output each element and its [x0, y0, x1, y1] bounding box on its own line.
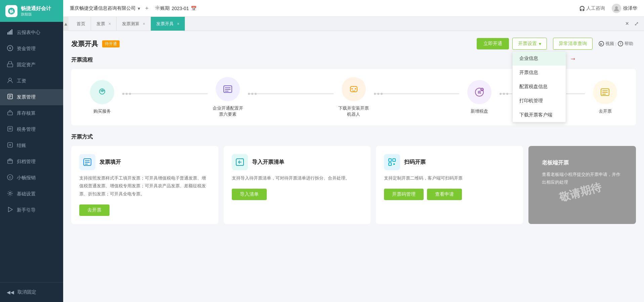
flow-step-label: 购买服务: [93, 108, 111, 114]
add-icon[interactable]: ＋: [144, 5, 149, 12]
dropdown-company-info-label: 企业信息: [519, 55, 538, 61]
sidebar-item-label: 新手引导: [17, 207, 36, 213]
window-close-button[interactable]: ×: [624, 19, 630, 29]
svg-rect-3: [9, 31, 10, 35]
tab-home[interactable]: 首页: [71, 17, 91, 31]
svg-point-23: [9, 192, 11, 194]
dropdown-download-client-label: 下载开票客户端: [519, 112, 552, 117]
calendar-icon[interactable]: 📅: [191, 6, 197, 11]
methods-section-title: 开票方式: [71, 134, 636, 141]
xiaochang-icon: ©: [7, 174, 13, 182]
accounting-icon: [7, 142, 13, 149]
activate-button[interactable]: 立即开通: [477, 38, 509, 49]
tab-scroll-up[interactable]: ▲: [63, 17, 69, 31]
settings-dropdown-menu: 企业信息 → 开票信息 配置税盘信息 打印机管理: [512, 51, 566, 122]
dropdown-item-company-info[interactable]: 企业信息 →: [513, 51, 566, 66]
page-header: 发票开具 待开通 立即开通 开票设置 ▾ 企业信息 →: [71, 38, 636, 50]
tab-bar-wrapper: ▲ 首页 发票 × 发票测算 × 发票开具 × × ⤢: [63, 17, 644, 31]
sidebar-item-label: 固定资产: [17, 62, 36, 68]
tab-invoice[interactable]: 发票 ×: [91, 17, 117, 31]
video-button[interactable]: ▶ 视频 | ? 帮助: [596, 38, 636, 49]
sidebar-item-accounting[interactable]: 结账: [0, 138, 63, 154]
sidebar-item-new-guide[interactable]: 新手引导: [0, 202, 63, 218]
svg-rect-5: [11, 29, 12, 35]
scan-invoice-header: 扫码开票: [384, 154, 515, 170]
window-maximize-button[interactable]: ⤢: [633, 19, 640, 28]
svg-rect-54: [393, 163, 395, 165]
svg-rect-15: [8, 126, 12, 131]
header-actions: 立即开通 开票设置 ▾ 企业信息 → 开票信息: [477, 38, 636, 50]
fill-invoice-button[interactable]: 去开票: [79, 204, 110, 216]
tab-invoice-issue-close[interactable]: ×: [177, 22, 179, 26]
tab-invoice-issue[interactable]: 发票开具 ×: [151, 17, 185, 31]
sidebar-item-invoice-mgmt[interactable]: 发票管理: [0, 89, 63, 105]
svg-rect-4: [10, 30, 11, 35]
sidebar-nav: 云报表中心 ¥ 资金管理 固定资产 工资 发票管理: [0, 22, 63, 282]
sidebar-item-payroll[interactable]: 工资: [0, 73, 63, 89]
tab-invoice-calc[interactable]: 发票测算 ×: [117, 17, 151, 31]
unpin-icon: ◀◀: [7, 290, 14, 295]
sidebar-item-label: 归档管理: [17, 159, 36, 165]
unpin-button[interactable]: ◀◀ 取消固定: [7, 287, 56, 298]
page-content: 发票开具 待开通 立即开通 开票设置 ▾ 企业信息 →: [63, 31, 644, 302]
page-title-area: 发票开具 待开通: [71, 39, 120, 48]
sidebar-item-cloud-report[interactable]: 云报表中心: [0, 25, 63, 41]
sidebar-item-label: 税务管理: [17, 126, 36, 133]
sidebar-item-label: 小畅报销: [17, 175, 36, 181]
tab-invoice-close[interactable]: ×: [109, 22, 111, 26]
settings-button[interactable]: 开票设置 ▾: [512, 38, 547, 50]
import-list-button[interactable]: 导入清单: [232, 189, 267, 200]
flow-connector-2: [248, 93, 333, 94]
sidebar-item-fund-mgmt[interactable]: ¥ 资金管理: [0, 41, 63, 57]
basic-settings-icon: [7, 190, 13, 198]
flow-step-label: 下载并安装开票机器人: [337, 105, 371, 117]
settings-gear-icon[interactable]: [155, 5, 160, 12]
svg-point-26: [615, 6, 618, 9]
view-application-button[interactable]: 查看申请: [427, 189, 462, 200]
unpin-label: 取消固定: [17, 289, 36, 295]
scan-invoice-title: 扫码开票: [404, 159, 426, 166]
avatar: [612, 4, 621, 13]
svg-rect-14: [8, 112, 12, 115]
tab-invoice-calc-close[interactable]: ×: [143, 22, 145, 26]
sidebar-item-basic-settings[interactable]: 基础设置: [0, 186, 63, 202]
fill-invoice-desc: 支持按照发票样式手工填开发票；可开具增值税电子普通发票、增值税普通发票、增值税专…: [79, 174, 210, 198]
dropdown-item-invoice-info[interactable]: 开票信息: [513, 66, 566, 80]
method-card-boss-invoice: 老板端开票 查看老板端小程序提交的开票申请，并作出相应的处理 敬请期待: [528, 146, 636, 224]
top-bar-actions: ＋: [144, 5, 160, 12]
exception-button[interactable]: 异常清单查询: [553, 38, 593, 50]
user-info[interactable]: 徐泽华: [612, 4, 637, 13]
sidebar-item-label: 基础设置: [17, 191, 36, 197]
service-button[interactable]: 🎧 人工咨询: [579, 5, 605, 11]
dropdown-item-download-client[interactable]: 下载开票客户端: [513, 108, 566, 122]
sidebar-item-tax-mgmt[interactable]: 税务管理: [0, 121, 63, 138]
sidebar-item-archive-mgmt[interactable]: 归档管理: [0, 154, 63, 170]
dropdown-item-tax-config[interactable]: 配置税盘信息: [513, 80, 566, 94]
page-title: 发票开具: [71, 39, 98, 48]
svg-rect-52: [393, 159, 395, 161]
company-selector[interactable]: 重庆畅捷交通信息咨询有限公司 ▾: [70, 5, 140, 11]
svg-rect-53: [389, 163, 391, 165]
svg-point-25: [157, 7, 159, 8]
sidebar-item-inventory[interactable]: 库存核算: [0, 105, 63, 121]
logo-icon: 畅: [5, 5, 17, 17]
scan-code-mgmt-button[interactable]: 开票码管理: [384, 189, 424, 200]
play-icon: ▶: [599, 41, 604, 46]
sidebar-item-fixed-assets[interactable]: 固定资产: [0, 57, 63, 73]
config-enterprise-icon: [216, 77, 240, 101]
dropdown-item-printer-mgmt[interactable]: 打印机管理: [513, 94, 566, 108]
fill-invoice-header: 发票填开: [79, 154, 210, 170]
sidebar-item-label: 结账: [17, 143, 26, 149]
svg-rect-2: [7, 32, 8, 35]
sidebar-item-label: 库存核算: [17, 110, 36, 116]
flow-step-go-invoice: 去开票: [585, 80, 625, 114]
new-guide-icon: [7, 206, 13, 214]
tab-invoice-label: 发票: [96, 21, 105, 27]
service-label: 人工咨询: [586, 5, 605, 11]
help-label: 帮助: [625, 41, 633, 47]
main-content: 重庆畅捷交通信息咨询有限公司 ▾ ＋ 账期 2023-01 📅 🎧 人工咨询: [63, 0, 644, 302]
account-period: 账期 2023-01 📅: [160, 5, 197, 11]
sidebar-item-xiaochang[interactable]: © 小畅报销: [0, 170, 63, 186]
app-subtitle: 旗舰版: [21, 12, 51, 17]
headset-icon: 🎧: [579, 6, 585, 11]
